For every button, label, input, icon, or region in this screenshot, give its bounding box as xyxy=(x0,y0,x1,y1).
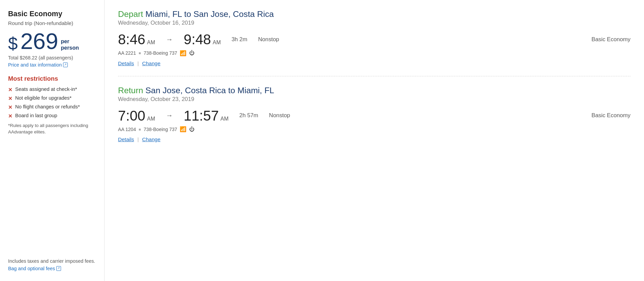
arrive-time-block: 9:48 AM xyxy=(184,32,221,47)
depart-arrow-icon: → xyxy=(166,35,173,44)
depart-title: Depart Miami, FL to San Jose, Costa Rica xyxy=(118,9,631,19)
x-icon-4: ✕ xyxy=(8,113,12,119)
return-flight-num: AA 1204 xyxy=(118,127,136,132)
return-route: San Jose, Costa Rica to Miami, FL xyxy=(145,86,274,95)
depart-power-icon: ⏻ xyxy=(189,50,195,56)
return-direction-word: Return xyxy=(118,86,143,95)
depart-details-link[interactable]: Details xyxy=(118,60,134,67)
return-nonstop: Nonstop xyxy=(269,112,290,119)
return-wifi-icon: 📶 xyxy=(180,126,186,132)
restriction-item-1: ✕ Seats assigned at check-in* xyxy=(8,86,96,93)
return-depart-time-ampm: AM xyxy=(147,116,155,122)
depart-times-row: 8:46 AM → 9:48 AM 3h 2m Nonstop Basic Ec… xyxy=(118,32,631,47)
return-section: Return San Jose, Costa Rica to Miami, FL… xyxy=(118,86,631,152)
depart-time-num: 8:46 xyxy=(118,32,145,47)
bag-fees-link[interactable]: Bag and optional fees ↗ xyxy=(8,266,61,271)
return-links-row: Details | Change xyxy=(118,136,631,143)
depart-wifi-icon: 📶 xyxy=(180,50,186,56)
depart-nonstop: Nonstop xyxy=(258,36,279,43)
return-dot-1: ■ xyxy=(139,127,141,131)
return-depart-time-num: 7:00 xyxy=(118,109,145,123)
depart-time-block: 8:46 AM xyxy=(118,32,155,47)
x-icon-1: ✕ xyxy=(8,87,12,93)
depart-aircraft: 738-Boeing 737 xyxy=(144,50,177,56)
depart-route: Miami, FL to San Jose, Costa Rica xyxy=(145,9,274,19)
return-title: Return San Jose, Costa Rica to Miami, FL xyxy=(118,86,631,95)
depart-fare-label: Basic Economy xyxy=(591,36,631,43)
x-icon-2: ✕ xyxy=(8,96,12,102)
price-amount: 269 xyxy=(20,30,58,52)
return-depart-time-block: 7:00 AM xyxy=(118,109,155,123)
rules-note: *Rules apply to all passengers including… xyxy=(8,123,96,135)
x-icon-3: ✕ xyxy=(8,104,12,110)
external-link-icon: ↗ xyxy=(63,62,68,67)
arrive-time-num: 9:48 xyxy=(184,32,211,47)
left-bottom: Includes taxes and carrier imposed fees.… xyxy=(8,258,96,272)
price-row: $ 269 perperson xyxy=(8,30,96,52)
depart-links-row: Details | Change xyxy=(118,60,631,67)
restrictions-title: Most restrictions xyxy=(8,75,96,82)
depart-change-link[interactable]: Change xyxy=(142,60,160,67)
fare-summary: Basic Economy Round trip (Non-refundable… xyxy=(8,9,96,144)
depart-date: Wednesday, October 16, 2019 xyxy=(118,20,631,26)
return-arrive-time-block: 11:57 AM xyxy=(184,109,229,123)
depart-section: Depart Miami, FL to San Jose, Costa Rica… xyxy=(118,9,631,76)
depart-info-row: AA 2221 ■ 738-Boeing 737 📶 ⏻ xyxy=(118,50,631,56)
return-power-icon: ⏻ xyxy=(189,126,195,132)
price-tax-link[interactable]: Price and tax information ↗ xyxy=(8,62,68,68)
return-header: Return San Jose, Costa Rica to Miami, FL… xyxy=(118,86,631,103)
restriction-item-3: ✕ No flight changes or refunds* xyxy=(8,104,96,110)
return-times-row: 7:00 AM → 11:57 AM 2h 57m Nonstop Basic … xyxy=(118,109,631,123)
depart-header: Depart Miami, FL to San Jose, Costa Rica… xyxy=(118,9,631,26)
return-arrow-icon: → xyxy=(166,111,173,120)
depart-direction-word: Depart xyxy=(118,9,143,19)
price-dollar-sign: $ xyxy=(8,35,18,52)
depart-duration: 3h 2m xyxy=(232,36,247,43)
round-trip-label: Round trip (Non-refundable) xyxy=(8,20,96,26)
return-aircraft: 738-Boeing 737 xyxy=(144,127,177,132)
depart-time-ampm: AM xyxy=(147,40,155,46)
return-arrive-time-ampm: AM xyxy=(221,116,229,122)
depart-link-separator: | xyxy=(137,60,139,67)
arrive-time-ampm: AM xyxy=(213,40,221,46)
fare-class-title: Basic Economy xyxy=(8,9,96,18)
per-person-label: perperson xyxy=(61,38,79,51)
depart-dot-1: ■ xyxy=(139,51,141,55)
restriction-item-2: ✕ Not eligible for upgrades* xyxy=(8,95,96,102)
main-container: Basic Economy Round trip (Non-refundable… xyxy=(0,0,644,281)
depart-flight-num: AA 2221 xyxy=(118,50,136,56)
total-price: Total $268.22 (all passengers) xyxy=(8,55,96,60)
return-arrive-time-num: 11:57 xyxy=(184,109,219,123)
return-change-link[interactable]: Change xyxy=(142,136,160,143)
return-duration: 2h 57m xyxy=(239,112,258,119)
return-info-row: AA 1204 ■ 738-Boeing 737 📶 ⏻ xyxy=(118,126,631,132)
return-fare-label: Basic Economy xyxy=(591,112,631,119)
return-date: Wednesday, October 23, 2019 xyxy=(118,96,631,103)
return-link-separator: | xyxy=(137,136,139,143)
right-panel: Depart Miami, FL to San Jose, Costa Rica… xyxy=(105,0,644,281)
return-details-link[interactable]: Details xyxy=(118,136,134,143)
bag-fees-external-icon: ↗ xyxy=(56,266,61,271)
includes-fees: Includes taxes and carrier imposed fees. xyxy=(8,258,96,264)
restriction-item-4: ✕ Board in last group xyxy=(8,113,96,119)
restriction-list: ✕ Seats assigned at check-in* ✕ Not elig… xyxy=(8,86,96,119)
left-panel: Basic Economy Round trip (Non-refundable… xyxy=(0,0,105,281)
